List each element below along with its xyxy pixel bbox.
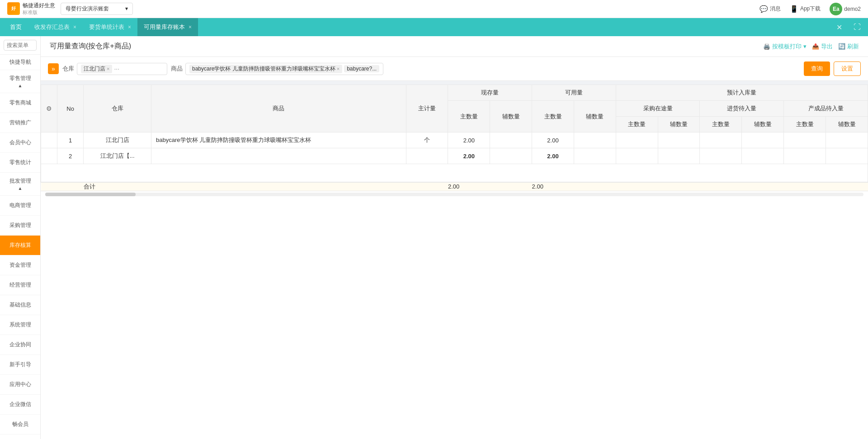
print-button[interactable]: 🖨️ 按模板打印 ▾ bbox=[763, 42, 807, 51]
row2-incoming-aux bbox=[742, 148, 784, 164]
query-button[interactable]: 查询 bbox=[804, 61, 830, 76]
tab-order-close[interactable]: × bbox=[128, 24, 131, 30]
row2-current-main: 2.00 bbox=[448, 148, 490, 164]
product-filter-group: 商品 babycare学饮杯 儿童防摔防撞吸管杯重力球吸嘴杯宝宝水杯 × bab… bbox=[171, 63, 383, 75]
user-area[interactable]: Ea demo2 bbox=[830, 3, 861, 15]
col-available: 可用量 bbox=[532, 85, 616, 101]
tab-receive-summary[interactable]: 收发存汇总表 × bbox=[28, 18, 83, 36]
sidebar-item-operations[interactable]: 经营管理 bbox=[0, 275, 40, 295]
retail-stats-label: 零售统计 bbox=[9, 159, 31, 166]
app-download-button[interactable]: 📱 App下载 bbox=[790, 5, 821, 13]
footer-product-aux bbox=[826, 182, 868, 191]
gear-icon[interactable]: ⚙ bbox=[46, 105, 52, 112]
col-estimated-inbound: 预计入库量 bbox=[616, 85, 868, 101]
tab-order-stats[interactable]: 要货单统计表 × bbox=[83, 18, 137, 36]
message-button[interactable]: 💬 消息 bbox=[760, 5, 781, 13]
footer-no bbox=[57, 182, 84, 191]
footer-incoming-main bbox=[700, 182, 742, 191]
sidebar-item-member[interactable]: 畅会员 bbox=[0, 415, 40, 434]
top-bar: 好 畅捷通好生意 标准版 母婴行业演示账套 ▾ 💬 消息 📱 App下载 Ea … bbox=[0, 0, 868, 18]
sidebar-item-retail-stats[interactable]: 零售统计 bbox=[0, 153, 40, 173]
scrollbar-thumb[interactable] bbox=[45, 193, 136, 196]
col-product: 商品 bbox=[151, 85, 406, 132]
product-filter-tags[interactable]: babycare学饮杯 儿童防摔防撞吸管杯重力球吸嘴杯宝宝水杯 × babyca… bbox=[185, 63, 383, 75]
row2-product bbox=[151, 148, 406, 164]
sidebar-item-retail-management[interactable]: 零售管理 ▲ bbox=[0, 70, 40, 93]
footer-row: 合计 2.00 2.00 bbox=[41, 182, 868, 191]
wholesale-expand-icon: ▲ bbox=[18, 186, 23, 191]
finance-label: 资金管理 bbox=[9, 261, 31, 269]
sidebar-item-inventory[interactable]: 库存核算 bbox=[0, 236, 40, 255]
fullscreen-button[interactable]: ⛶ bbox=[850, 20, 864, 34]
dropdown-arrow-icon: ▾ bbox=[125, 5, 128, 12]
settings-button[interactable]: 设置 bbox=[834, 61, 861, 76]
warehouse-filter-group: 仓库 江北门店 × ··· bbox=[62, 63, 167, 75]
empty-row bbox=[41, 164, 868, 182]
row1-purchase-main bbox=[616, 132, 658, 148]
enterprise-label: 企业协同 bbox=[9, 341, 31, 349]
footer-available-main: 2.00 bbox=[532, 182, 574, 191]
close-all-tabs-button[interactable]: ✕ bbox=[832, 20, 846, 34]
warehouse-filter-tags[interactable]: 江北门店 × ··· bbox=[77, 63, 167, 75]
logo-area: 好 畅捷通好生意 标准版 bbox=[7, 2, 55, 16]
warehouse-filter-ellipsis[interactable]: ··· bbox=[114, 65, 119, 72]
row2-current-aux bbox=[490, 148, 532, 164]
sidebar-item-basics[interactable]: 基础信息 bbox=[0, 295, 40, 315]
col-current-main-qty: 主数量 bbox=[448, 101, 490, 132]
sidebar-item-purchase[interactable]: 采购管理 bbox=[0, 216, 40, 236]
top-bar-left: 好 畅捷通好生意 标准版 母婴行业演示账套 ▾ bbox=[7, 2, 133, 16]
scrollbar-track bbox=[45, 193, 863, 196]
retail-management-label: 零售管理 bbox=[9, 75, 31, 82]
expand-button[interactable]: » bbox=[48, 63, 59, 74]
sidebar-item-marketing[interactable]: 营销推广 bbox=[0, 113, 40, 133]
sidebar-item-member-center[interactable]: 会员中心 bbox=[0, 133, 40, 153]
sidebar-item-enterprise[interactable]: 企业协同 bbox=[0, 335, 40, 355]
footer-unit bbox=[406, 182, 448, 191]
print-icon: 🖨️ bbox=[763, 43, 770, 50]
sidebar-item-wechat[interactable]: 企业微信 bbox=[0, 395, 40, 415]
tab-receive-close[interactable]: × bbox=[73, 24, 76, 30]
tab-available-label: 可用量库存账本 bbox=[144, 23, 185, 31]
search-input[interactable] bbox=[4, 40, 37, 51]
sidebar-item-retail-mall[interactable]: 零售商城 bbox=[0, 93, 40, 113]
tab-available-stock[interactable]: 可用量库存账本 × bbox=[137, 18, 198, 36]
logo-text: 畅捷通好生意 标准版 bbox=[23, 2, 55, 16]
refresh-icon: 🔄 bbox=[838, 43, 845, 50]
sidebar-item-ecommerce[interactable]: 电商管理 bbox=[0, 196, 40, 216]
product-tag-1-close[interactable]: × bbox=[337, 66, 340, 71]
mobile-icon: 📱 bbox=[790, 5, 798, 13]
warehouse-tag-close[interactable]: × bbox=[107, 66, 109, 71]
col-no: No bbox=[57, 85, 84, 132]
tab-home[interactable]: 首页 bbox=[4, 18, 28, 36]
tab-home-label: 首页 bbox=[10, 23, 22, 31]
sidebar-item-newbie[interactable]: 新手引导 bbox=[0, 355, 40, 375]
message-icon: 💬 bbox=[760, 5, 768, 13]
tab-order-label: 要货单统计表 bbox=[89, 23, 124, 31]
sidebar-item-wholesale-management[interactable]: 批发管理 ▲ bbox=[0, 173, 40, 196]
tab-available-close[interactable]: × bbox=[189, 24, 192, 30]
system-label: 系统管理 bbox=[9, 321, 31, 329]
sidebar-item-system[interactable]: 系统管理 bbox=[0, 315, 40, 335]
user-name: demo2 bbox=[844, 6, 861, 12]
data-table: ⚙ No 仓库 商品 主计量 现存量 可用量 预计入库量 主数量 辅数量 主数量 bbox=[41, 85, 868, 191]
col-current-aux-qty: 辅数量 bbox=[490, 101, 532, 132]
export-button[interactable]: 📤 导出 bbox=[812, 42, 833, 51]
sidebar-nav-button[interactable]: 快捷导航 bbox=[0, 55, 40, 70]
newbie-label: 新手引导 bbox=[9, 361, 31, 368]
col-available-main-qty: 主数量 bbox=[532, 101, 574, 132]
empty-cell bbox=[41, 164, 868, 182]
footer-available-aux bbox=[574, 182, 616, 191]
row1-incoming-main bbox=[700, 132, 742, 148]
sidebar-item-finance[interactable]: 资金管理 bbox=[0, 255, 40, 275]
col-settings: ⚙ bbox=[41, 85, 57, 132]
footer-settings bbox=[41, 182, 57, 191]
sidebar-item-app-center[interactable]: 应用中心 bbox=[0, 375, 40, 395]
product-tag-1: babycare学饮杯 儿童防摔防撞吸管杯重力球吸嘴杯宝宝水杯 × bbox=[189, 65, 342, 73]
refresh-button[interactable]: 🔄 刷新 bbox=[838, 42, 859, 51]
footer-purchase-aux bbox=[658, 182, 700, 191]
product-tag-2: babycare?... bbox=[344, 65, 379, 72]
col-purchase-main: 主数量 bbox=[616, 117, 658, 132]
industry-selector[interactable]: 母婴行业演示账套 ▾ bbox=[61, 3, 133, 15]
expand-icon: ▲ bbox=[18, 83, 23, 88]
operations-label: 经营管理 bbox=[9, 281, 31, 289]
